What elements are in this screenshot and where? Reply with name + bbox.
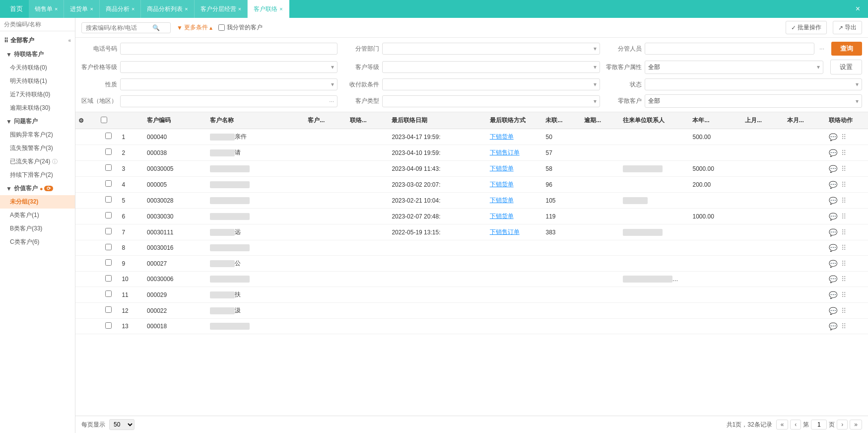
dots-icon[interactable]: ··· — [819, 45, 824, 52]
nav-tab-sales[interactable]: 销售单 × — [29, 0, 64, 18]
chat-icon[interactable]: 💬 — [829, 307, 837, 315]
collapse-icon[interactable]: « — [68, 38, 71, 43]
region-select[interactable]: ··· — [120, 95, 337, 107]
row-checkbox[interactable] — [98, 209, 119, 222]
nav-tab-customer-contact[interactable]: 客户联络 × — [248, 0, 289, 18]
next-page-button[interactable]: › — [837, 420, 848, 430]
chat-icon[interactable]: 💬 — [829, 291, 837, 299]
row-checkbox[interactable] — [98, 272, 119, 285]
chat-icon[interactable]: 💬 — [829, 213, 837, 220]
nav-home[interactable]: 首页 — [4, 0, 29, 18]
nav-tab-close[interactable]: × — [90, 6, 93, 12]
th-last-contact-date[interactable]: 最后联络日期 — [389, 112, 486, 129]
row-checkbox[interactable] — [98, 256, 119, 269]
grid-icon[interactable]: ⠿ — [841, 181, 846, 189]
nav-tab-close[interactable]: × — [238, 6, 241, 12]
nav-tab-customer-tier[interactable]: 客户分层经营 × — [195, 0, 248, 18]
nav-tab-close[interactable]: × — [132, 6, 134, 12]
sidebar-item-today[interactable]: 今天待联络(0) — [0, 61, 75, 74]
row-contact-method-link[interactable]: 下销货单 — [490, 213, 514, 219]
chat-icon[interactable]: 💬 — [829, 181, 837, 189]
my-customers-check[interactable] — [218, 24, 225, 31]
sidebar-group-problem[interactable]: ▼ 问题客户 — [0, 115, 75, 128]
price-level-select[interactable]: ▾ — [120, 61, 337, 73]
sidebar-group-value[interactable]: ▼ 价值客户 ● ⟳ — [0, 182, 75, 195]
grid-icon[interactable]: ⠿ — [841, 197, 846, 205]
status-select[interactable]: ▾ — [645, 78, 862, 90]
nav-tab-close[interactable]: × — [279, 6, 282, 12]
prev-page-button[interactable]: ‹ — [790, 420, 801, 430]
nav-tab-analysis[interactable]: 商品分析 × — [100, 0, 141, 18]
sidebar-item-churned[interactable]: 已流失客户(24) ⓘ — [0, 155, 75, 168]
th-contact[interactable]: 联络... — [347, 112, 389, 129]
th-gear[interactable]: ⚙ — [75, 112, 98, 129]
row-checkbox[interactable] — [98, 303, 119, 316]
per-page-select[interactable]: 50 20 100 — [109, 419, 134, 430]
more-filters-button[interactable]: ▼ 更多条件 ▴ — [177, 23, 212, 32]
row-checkbox[interactable] — [98, 224, 119, 238]
payment-select[interactable]: ▾ — [382, 78, 600, 90]
sidebar-item-churn-warn[interactable]: 流失预警客户(3) — [0, 142, 75, 155]
sidebar-item-c-class[interactable]: C类客户(6) — [0, 235, 75, 249]
th-checkbox[interactable] — [98, 112, 119, 129]
row-contact-method-link[interactable]: 下销售订单 — [490, 149, 520, 156]
grid-icon[interactable]: ⠿ — [841, 244, 846, 252]
search-icon[interactable]: 🔍 — [152, 24, 160, 31]
row-contact-method-link[interactable]: 下销货单 — [490, 181, 514, 188]
dept-select[interactable]: ▾ — [382, 43, 600, 55]
sidebar-item-a-class[interactable]: A类客户(1) — [0, 209, 75, 222]
sidebar-item-b-class[interactable]: B类客户(33) — [0, 222, 75, 235]
sidebar-all-customers[interactable]: ⠿ 全部客户 « — [0, 33, 75, 48]
th-no-contact[interactable]: 未联... — [542, 112, 581, 129]
phone-input[interactable] — [120, 43, 337, 55]
row-checkbox[interactable] — [98, 161, 119, 174]
chat-icon[interactable]: 💬 — [829, 228, 837, 236]
row-checkbox[interactable] — [98, 177, 119, 190]
export-button[interactable]: ↗ 导出 — [833, 21, 862, 34]
sidebar-item-tomorrow[interactable]: 明天待联络(1) — [0, 74, 75, 88]
chat-icon[interactable]: 💬 — [829, 165, 837, 173]
chat-icon[interactable]: 💬 — [829, 197, 837, 205]
row-checkbox[interactable] — [98, 145, 119, 158]
chat-icon[interactable]: 💬 — [829, 322, 837, 330]
nav-tab-analysis-list[interactable]: 商品分析列表 × — [141, 0, 194, 18]
row-contact-method-link[interactable]: 下销货单 — [490, 197, 514, 204]
nav-tab-purchase[interactable]: 进货单 × — [64, 0, 99, 18]
grid-icon[interactable]: ⠿ — [841, 133, 846, 141]
chat-icon[interactable]: 💬 — [829, 275, 837, 283]
reset-button[interactable]: 设置 — [830, 60, 862, 74]
chat-icon[interactable]: 💬 — [829, 133, 837, 141]
retail-select[interactable]: 全部 ▾ — [645, 94, 862, 108]
row-checkbox[interactable] — [98, 319, 119, 332]
grid-icon[interactable]: ⠿ — [841, 275, 846, 283]
row-checkbox[interactable] — [98, 240, 119, 254]
first-page-button[interactable]: « — [776, 420, 789, 430]
grid-icon[interactable]: ⠿ — [841, 260, 846, 268]
th-last-month[interactable]: 上月... — [742, 112, 784, 129]
sidebar-search-input[interactable] — [4, 21, 75, 28]
row-checkbox[interactable] — [98, 193, 119, 206]
grid-icon[interactable]: ⠿ — [841, 228, 846, 236]
row-contact-method-link[interactable]: 下销货单 — [490, 165, 514, 172]
sidebar-item-declining[interactable]: 持续下滑客户(2) — [0, 168, 75, 182]
grid-icon[interactable]: ⠿ — [841, 291, 846, 299]
th-last-contact-method[interactable]: 最后联络方式 — [487, 112, 543, 129]
th-this-year[interactable]: 本年... — [689, 112, 742, 129]
th-overdue[interactable]: 逾期... — [581, 112, 620, 129]
nav-tab-close[interactable]: × — [185, 6, 188, 12]
sidebar-item-7days[interactable]: 近7天待联络(0) — [0, 88, 75, 101]
chat-icon[interactable]: 💬 — [829, 244, 837, 252]
sidebar-group-pending[interactable]: ▼ 待联络客户 — [0, 48, 75, 61]
nature-select[interactable]: ▾ — [120, 78, 337, 90]
last-page-button[interactable]: » — [850, 420, 862, 430]
row-checkbox[interactable] — [98, 129, 119, 143]
window-close-button[interactable]: × — [852, 4, 864, 13]
th-this-month[interactable]: 本月... — [784, 112, 826, 129]
row-contact-method-link[interactable]: 下销售订单 — [490, 228, 520, 235]
th-code[interactable]: 客户编码 — [144, 112, 207, 129]
row-checkbox[interactable] — [98, 287, 119, 300]
cust-level-select[interactable]: ▾ — [382, 61, 600, 73]
th-partner[interactable]: 往来单位联系人 — [620, 112, 690, 129]
retail-attr-select[interactable]: 全部 ▾ — [645, 61, 823, 74]
query-button[interactable]: 查询 — [831, 42, 862, 56]
